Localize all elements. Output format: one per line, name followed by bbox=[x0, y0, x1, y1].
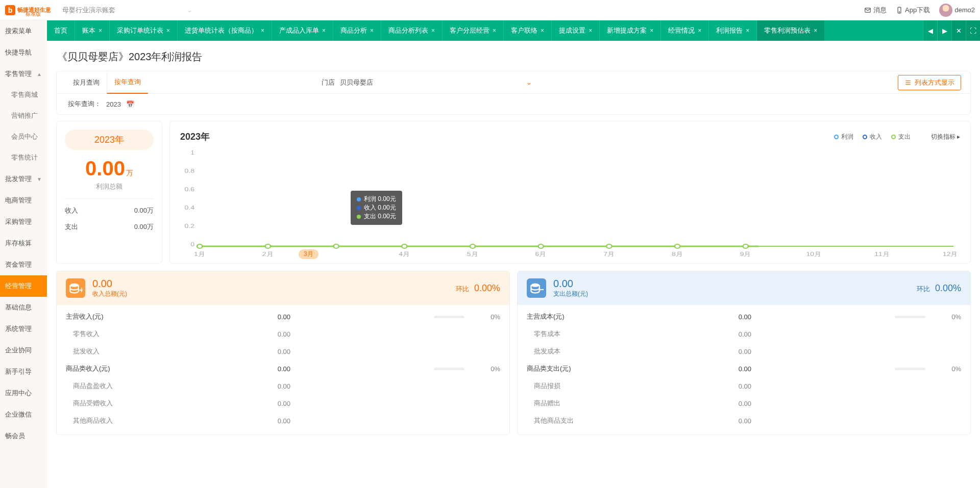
legend-profit[interactable]: 利润 bbox=[834, 133, 853, 141]
close-icon[interactable]: × bbox=[99, 27, 102, 34]
list-row: 商品受赠收入0.00 bbox=[66, 395, 500, 412]
tab-item[interactable]: 商品分析× bbox=[333, 20, 381, 41]
sidebar-item-wholesale[interactable]: 批发管理▼ bbox=[0, 168, 47, 190]
sidebar-item-guide[interactable]: 新手引导 bbox=[0, 361, 47, 382]
messages-button[interactable]: 消息 bbox=[864, 6, 887, 15]
tenant-selector[interactable]: 母婴行业演示账套 ⌄ bbox=[62, 6, 864, 15]
seg-year[interactable]: 按年查询 bbox=[107, 71, 148, 94]
svg-point-2 bbox=[899, 11, 900, 12]
close-icon[interactable]: × bbox=[431, 27, 435, 34]
user-menu[interactable]: demo2 bbox=[939, 4, 975, 17]
close-icon[interactable]: × bbox=[541, 27, 544, 34]
expense-icon: − bbox=[527, 278, 546, 298]
sidebar-item-inventory[interactable]: 库存核算 bbox=[0, 233, 47, 254]
tab-item[interactable]: 利润报告× bbox=[709, 20, 757, 41]
tabs-scroll-left[interactable]: ◀ bbox=[923, 20, 937, 41]
tenant-name: 母婴行业演示账套 bbox=[62, 6, 115, 15]
close-icon[interactable]: × bbox=[322, 27, 326, 34]
tab-label: 新增提成方案 bbox=[607, 26, 647, 35]
tab-item[interactable]: 产成品入库单× bbox=[272, 20, 333, 41]
sidebar-item-operation[interactable]: 经营管理 bbox=[0, 275, 47, 297]
sidebar-item-marketing[interactable]: 营销推广 bbox=[0, 106, 47, 126]
close-icon[interactable]: × bbox=[589, 27, 592, 34]
sidebar-item-system[interactable]: 系统管理 bbox=[0, 318, 47, 340]
tab-label: 商品分析 bbox=[340, 26, 367, 35]
sidebar-item-member[interactable]: 会员中心 bbox=[0, 126, 47, 147]
store-label: 门店 bbox=[322, 78, 335, 87]
tab-item[interactable]: 首页 bbox=[47, 20, 75, 41]
svg-point-15 bbox=[265, 244, 271, 248]
close-icon[interactable]: × bbox=[746, 27, 749, 34]
chart-area[interactable]: 10.80.60.40.20 1月2月4月5月6月7月8月9月10月11月12月… bbox=[180, 147, 960, 259]
svg-point-21 bbox=[675, 244, 680, 248]
row-pct: 0% bbox=[936, 313, 961, 321]
svg-text:12月: 12月 bbox=[943, 251, 958, 257]
list-icon bbox=[904, 79, 912, 86]
close-icon[interactable]: × bbox=[261, 27, 264, 34]
tab-item[interactable]: 采购订单统计表× bbox=[110, 20, 178, 41]
close-icon[interactable]: × bbox=[650, 27, 653, 34]
tabs-scroll-right[interactable]: ▶ bbox=[937, 20, 951, 41]
row-name: 主营成本(元) bbox=[527, 312, 639, 321]
legend-expense[interactable]: 支出 bbox=[891, 133, 911, 141]
close-icon[interactable]: × bbox=[166, 27, 170, 34]
seg-month[interactable]: 按月查询 bbox=[66, 71, 107, 94]
sidebar-item-retail-mall[interactable]: 零售商城 bbox=[0, 85, 47, 106]
row-value: 0.00 bbox=[639, 400, 751, 407]
sidebar-item-purchase[interactable]: 采购管理 bbox=[0, 211, 47, 233]
svg-point-18 bbox=[470, 244, 475, 248]
tab-item[interactable]: 进货单统计表（按商品）× bbox=[178, 20, 272, 41]
switch-indicator[interactable]: 切换指标 ▸ bbox=[931, 133, 960, 141]
app-download-button[interactable]: App下载 bbox=[896, 6, 930, 15]
tabs-fullscreen[interactable]: ⛶ bbox=[966, 20, 980, 41]
sidebar-item-finance[interactable]: 资金管理 bbox=[0, 254, 47, 275]
sidebar-item-apps[interactable]: 应用中心 bbox=[0, 382, 47, 404]
tab-item[interactable]: 零售利润预估表× bbox=[757, 20, 825, 41]
svg-text:7月: 7月 bbox=[603, 251, 615, 257]
income-amount: 0.00 bbox=[92, 278, 127, 290]
close-icon[interactable]: × bbox=[814, 27, 817, 34]
svg-text:4月: 4月 bbox=[399, 251, 410, 257]
sidebar-item-search[interactable]: 搜索菜单 bbox=[0, 20, 47, 42]
tab-item[interactable]: 账本× bbox=[75, 20, 110, 41]
svg-point-36 bbox=[531, 284, 540, 287]
svg-text:9月: 9月 bbox=[740, 251, 751, 257]
svg-point-22 bbox=[743, 244, 748, 248]
row-value: 0.00 bbox=[178, 400, 290, 407]
edition-label: 标准版 bbox=[26, 11, 41, 18]
calendar-icon[interactable]: 📅 bbox=[126, 100, 134, 108]
list-view-button[interactable]: 列表方式显示 bbox=[898, 75, 961, 90]
sidebar-item-quicknav[interactable]: 快捷导航 bbox=[0, 42, 47, 63]
sidebar-item-basic[interactable]: 基础信息 bbox=[0, 297, 47, 318]
close-icon[interactable]: × bbox=[370, 27, 374, 34]
expense-hb-label: 环比 bbox=[917, 285, 930, 294]
tab-item[interactable]: 提成设置× bbox=[552, 20, 600, 41]
chevron-down-icon: ⌄ bbox=[187, 6, 192, 14]
svg-text:1月: 1月 bbox=[194, 251, 205, 257]
row-name: 商品盘盈收入 bbox=[66, 381, 178, 391]
close-icon[interactable]: × bbox=[698, 27, 701, 34]
legend-income[interactable]: 收入 bbox=[863, 133, 882, 141]
tabs-close-all[interactable]: ✕ bbox=[951, 20, 966, 41]
tab-item[interactable]: 客户分层经营× bbox=[443, 20, 504, 41]
sidebar-item-retail[interactable]: 零售管理▲ bbox=[0, 63, 47, 85]
sidebar-item-retail-stats[interactable]: 零售统计 bbox=[0, 147, 47, 168]
tab-item[interactable]: 经营情况× bbox=[661, 20, 709, 41]
tab-item[interactable]: 客户联络× bbox=[504, 20, 552, 41]
sidebar-item-vip[interactable]: 畅会员 bbox=[0, 425, 47, 447]
row-name: 主营收入(元) bbox=[66, 312, 178, 321]
year-query-value[interactable]: 2023 bbox=[106, 100, 121, 108]
bar-track bbox=[895, 368, 925, 370]
row-name: 商品受赠收入 bbox=[66, 399, 178, 408]
tab-item[interactable]: 商品分析列表× bbox=[381, 20, 443, 41]
list-row: 主营成本(元)0.000% bbox=[527, 308, 961, 325]
sidebar-item-wecom[interactable]: 企业微信 bbox=[0, 404, 47, 425]
income-hb-value: 0.00% bbox=[474, 283, 500, 294]
sidebar-item-ecommerce[interactable]: 电商管理 bbox=[0, 190, 47, 211]
close-icon[interactable]: × bbox=[493, 27, 496, 34]
store-selector[interactable]: 门店 贝贝母婴店 ⌄ bbox=[322, 78, 532, 87]
svg-text:11月: 11月 bbox=[874, 251, 890, 257]
row-name: 零售成本 bbox=[527, 329, 639, 339]
sidebar-item-collab[interactable]: 企业协同 bbox=[0, 340, 47, 361]
tab-item[interactable]: 新增提成方案× bbox=[600, 20, 661, 41]
